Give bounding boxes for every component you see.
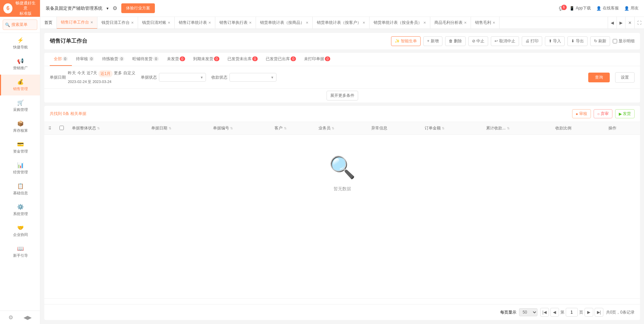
tab-next-button[interactable]: ▶ — [616, 17, 625, 29]
filter-tab-wangpu-pending[interactable]: 旺铺待发货0 — [128, 53, 163, 66]
cancel-stop-button[interactable]: ↩ 取消中止 — [491, 36, 519, 46]
tab-close-sales-stats-staff[interactable]: ✕ — [423, 21, 426, 25]
filter-tab-overdue-not-shipped[interactable]: 到期未发货0 — [189, 53, 223, 66]
th-status[interactable]: 单据整体状态 ⇅ — [68, 122, 147, 135]
batch-cancel-review-button[interactable]: ○ 弃审 — [594, 109, 612, 118]
filter-tab-pending-review[interactable]: 待审核0 — [72, 53, 98, 66]
status-select[interactable] — [159, 73, 206, 82]
tab-product-margin[interactable]: 商品毛利分析表✕ — [430, 17, 471, 29]
scroll-area[interactable] — [44, 300, 640, 303]
th-customer[interactable]: 客户 ⇅ — [270, 122, 314, 135]
filter-tab-label-not-shipped: 未发货 — [167, 56, 179, 61]
filter-tab-pending-inspect[interactable]: 待拣验货0 — [98, 53, 128, 66]
tab-close-sales-stats-customer[interactable]: ✕ — [362, 21, 365, 25]
trial-button[interactable]: 体验行业方案 — [121, 3, 155, 13]
tab-close-sales-stats-product[interactable]: ✕ — [306, 21, 308, 25]
print-button[interactable]: 🖨 打印 — [522, 36, 542, 46]
sidebar-item-system[interactable]: ⚙️系统管理 — [0, 200, 40, 220]
show-detail-checkbox[interactable]: 显示明细 — [613, 38, 635, 44]
filter-tab-not-shipped[interactable]: 未发货0 — [163, 53, 189, 66]
filter-tab-shipped-warehoused[interactable]: 已发货已出库0 — [262, 53, 300, 66]
tab-close-all-button[interactable]: ✕ — [625, 17, 634, 29]
date-option-更多[interactable]: 更多 — [114, 70, 122, 77]
sidebar-item-basic-info[interactable]: 📋基础信息 — [0, 179, 40, 200]
sidebar-item-sales[interactable]: 💰销售管理 — [0, 75, 40, 95]
date-option-今天[interactable]: 今天 — [77, 70, 85, 77]
show-detail-input[interactable] — [613, 39, 617, 43]
tab-label-sales-stats-customer: 销货单统计表（按客户） — [317, 20, 361, 26]
tab-close-cash-reconcile[interactable]: ✕ — [168, 21, 170, 25]
expand-button[interactable]: 展开更多条件 — [327, 91, 358, 100]
date-option-自定义[interactable]: 自定义 — [123, 70, 135, 77]
sidebar-item-finance[interactable]: 💳资金管理 — [0, 137, 40, 158]
tab-close-sales-gross[interactable]: ✕ — [492, 21, 495, 25]
stop-button[interactable]: ⊘ 中止 — [468, 36, 488, 46]
sidebar-item-quick-nav[interactable]: ⚡快捷导航 — [0, 33, 40, 54]
tab-maximize-button[interactable]: ⛶ — [634, 17, 644, 29]
last-page-button[interactable]: ▶| — [595, 308, 603, 317]
tab-sales-stats-customer[interactable]: 销货单统计表（按客户）✕ — [313, 17, 370, 29]
date-option-近1月[interactable]: 近1月 — [98, 70, 113, 77]
sidebar-search[interactable]: 🔍 搜索菜单 — [0, 17, 40, 33]
batch-ship-button[interactable]: ▶ 发货 — [615, 109, 635, 118]
tab-close-cash-daily[interactable]: ✕ — [131, 21, 134, 25]
tab-sales-order-stats[interactable]: 销售订单统计表✕ — [175, 17, 215, 29]
review-icon: ● — [576, 112, 578, 116]
tab-sales-stats-staff[interactable]: 销货单统计表（按业务员）✕ — [370, 17, 430, 29]
module-dropdown[interactable]: ▾ — [106, 6, 109, 11]
add-button[interactable]: + 新增 — [423, 36, 442, 46]
sidebar-item-operation[interactable]: 📊经营管理 — [0, 158, 40, 179]
table-wrapper: ⠿ 单据整体状态 ⇅ 单据日期 ⇅ 单据编号 ⇅ 客户 ⇅ 业务员 ⇅ 异常信息… — [44, 122, 640, 298]
tab-cash-daily[interactable]: 钱货日清工作台✕ — [97, 17, 138, 29]
user-item[interactable]: 👤 用友 — [624, 5, 639, 11]
tab-close-sales-order-workbench[interactable]: ✕ — [90, 21, 93, 24]
sidebar-item-guide[interactable]: 📖新手引导 — [0, 241, 40, 262]
messages-item[interactable]: 💬 6 — [559, 6, 564, 11]
th-number[interactable]: 单据编号 ⇅ — [209, 122, 271, 135]
th-staff[interactable]: 业务员 ⇅ — [314, 122, 367, 135]
delete-button[interactable]: 🗑 删除 — [445, 36, 466, 46]
sidebar-item-cooperation[interactable]: 🤝企业协同 — [0, 220, 40, 241]
first-page-button[interactable]: |◀ — [540, 308, 549, 317]
th-amount[interactable]: 订单金额 ⇅ — [421, 122, 482, 135]
topbar-settings-icon[interactable]: ⚙ — [113, 5, 117, 11]
tab-cash-reconcile[interactable]: 钱货日清对账✕ — [138, 17, 175, 29]
export-button[interactable]: ⬇ 导出 — [567, 36, 587, 46]
next-page-button[interactable]: ▶ — [585, 308, 593, 317]
page-input[interactable] — [566, 308, 578, 317]
filter-tab-not-printed[interactable]: 未打印单据0 — [300, 53, 334, 66]
tab-close-product-margin[interactable]: ✕ — [464, 21, 467, 25]
tab-close-sales-order-stats[interactable]: ✕ — [208, 21, 211, 25]
sidebar-item-inventory[interactable]: 📦库存核算 — [0, 116, 40, 137]
filter-tab-shipped-not-warehoused[interactable]: 已发货未出库0 — [223, 53, 262, 66]
settings-icon[interactable]: ⚙ — [8, 314, 13, 321]
select-all-checkbox[interactable] — [59, 126, 64, 130]
setting-button[interactable]: 设置 — [615, 72, 635, 83]
tab-sales-gross[interactable]: 销售毛利✕ — [471, 17, 500, 29]
tab-sales-stats-product[interactable]: 销货单统计表（按商品）✕ — [256, 17, 313, 29]
tab-sales-order-workbench[interactable]: 销售订单工作台✕ — [57, 17, 97, 29]
prev-page-button[interactable]: ◀ — [550, 308, 559, 317]
tab-home[interactable]: 首页 — [40, 17, 57, 29]
tab-sales-order-exec[interactable]: 销售订单执行表✕ — [215, 17, 256, 29]
online-service-item[interactable]: 👤 在线客服 — [596, 5, 619, 11]
collapse-icon[interactable]: ◀▶ — [24, 314, 32, 321]
app-download-item[interactable]: 📱 App下载 — [569, 5, 591, 11]
sidebar-item-marketing[interactable]: 📢营销推广 — [0, 54, 40, 75]
batch-review-button[interactable]: ● 审核 — [572, 109, 591, 118]
import-button[interactable]: ⬆ 导入 — [545, 36, 565, 46]
date-option-昨天[interactable]: 昨天 — [68, 70, 76, 77]
payment-select[interactable] — [229, 73, 276, 82]
page-size-select[interactable]: 50 100 200 — [519, 308, 538, 316]
tab-close-sales-order-exec[interactable]: ✕ — [249, 21, 252, 25]
tab-prev-button[interactable]: ◀ — [608, 17, 616, 29]
query-button[interactable]: 查询 — [588, 73, 610, 82]
th-date[interactable]: 单据日期 ⇅ — [147, 122, 209, 135]
smart-order-button[interactable]: ✨ 智能生单 — [391, 36, 421, 46]
th-collected[interactable]: 累计收款... ⇅ — [482, 122, 551, 135]
refresh-button[interactable]: ↻ 刷新 — [590, 36, 610, 46]
filter-tab-all[interactable]: 全部0 — [50, 53, 72, 66]
search-menu-button[interactable]: 🔍 搜索菜单 — [3, 19, 37, 30]
date-option-近7天[interactable]: 近7天 — [87, 70, 97, 77]
sidebar-item-purchase[interactable]: 🛒采购管理 — [0, 95, 40, 116]
